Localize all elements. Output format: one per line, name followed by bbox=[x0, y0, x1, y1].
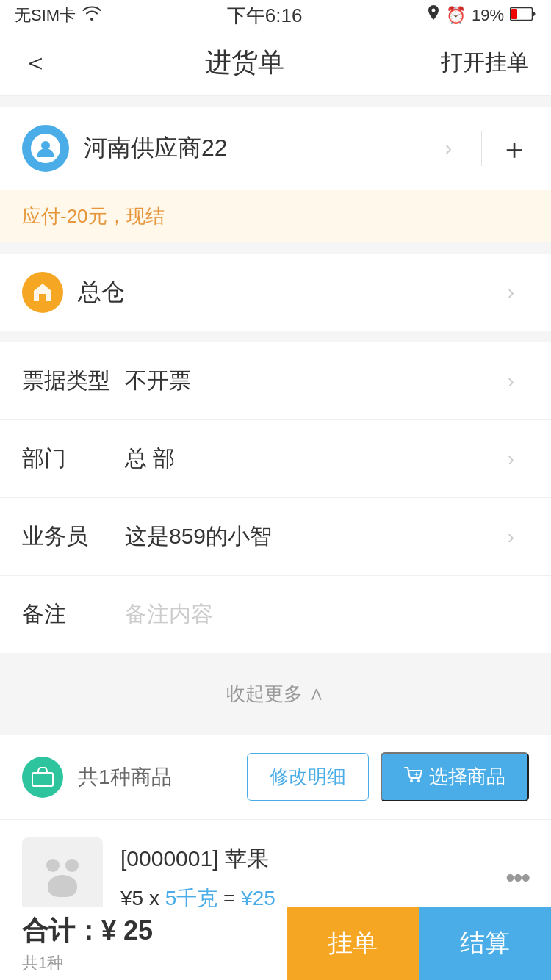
owl-eye-right bbox=[65, 859, 79, 872]
dept-row[interactable]: 部门 总 部 › bbox=[0, 420, 551, 498]
quantity: 5千克 bbox=[165, 887, 218, 909]
dept-label: 部门 bbox=[22, 444, 125, 474]
cart-icon bbox=[404, 765, 423, 788]
dept-chevron-icon: › bbox=[508, 447, 514, 471]
supplier-avatar bbox=[22, 125, 69, 172]
supplier-row[interactable]: 河南供应商22 › ＋ bbox=[0, 107, 551, 190]
checkout-button[interactable]: 结算 bbox=[419, 907, 551, 980]
svg-point-6 bbox=[417, 779, 420, 782]
owl-eye-left bbox=[46, 859, 60, 872]
back-button[interactable]: ＜ bbox=[22, 45, 48, 81]
order-summary: 合计：¥ 25 共1种 bbox=[0, 907, 287, 980]
remark-row[interactable]: 备注 备注内容 bbox=[0, 576, 551, 653]
owl-logo bbox=[46, 859, 79, 897]
vertical-divider bbox=[481, 131, 482, 166]
multiply-sign: x bbox=[149, 887, 165, 909]
battery-icon bbox=[510, 6, 536, 25]
item-total: ¥25 bbox=[241, 887, 276, 909]
total-label: 合计： bbox=[22, 915, 101, 945]
avatar-inner bbox=[31, 134, 60, 163]
divider-top bbox=[0, 96, 551, 107]
sales-value: 这是859的小智 bbox=[125, 522, 508, 552]
page-title: 进货单 bbox=[205, 45, 284, 81]
supplier-section: 河南供应商22 › ＋ 应付-20元，现结 bbox=[0, 107, 551, 242]
remark-input[interactable]: 备注内容 bbox=[125, 599, 529, 630]
invoice-chevron-icon: › bbox=[508, 370, 514, 393]
warehouse-chevron-icon: › bbox=[508, 281, 514, 304]
edit-detail-button[interactable]: 修改明细 bbox=[247, 753, 369, 801]
owl-body bbox=[48, 875, 77, 897]
supplier-chevron-icon: › bbox=[445, 137, 452, 160]
select-product-label: 选择商品 bbox=[429, 764, 505, 790]
alert-banner: 应付-20元，现结 bbox=[0, 190, 551, 242]
sales-row[interactable]: 业务员 这是859的小智 › bbox=[0, 498, 551, 576]
invoice-value: 不开票 bbox=[125, 366, 508, 396]
warehouse-name: 总仓 bbox=[78, 276, 508, 309]
collapse-bar[interactable]: 收起更多 ∧ bbox=[0, 665, 551, 723]
products-header: 共1种商品 修改明细 选择商品 bbox=[0, 735, 551, 820]
battery-text: 19% bbox=[472, 6, 504, 25]
product-code: [0000001] bbox=[120, 846, 218, 871]
open-hang-button[interactable]: 打开挂单 bbox=[441, 48, 529, 78]
products-count: 共1种商品 bbox=[78, 763, 247, 791]
product-name: [0000001] 苹果 bbox=[120, 844, 505, 874]
signal-text: 无SIM卡 bbox=[15, 4, 76, 26]
warehouse-icon bbox=[22, 272, 63, 313]
product-title: 苹果 bbox=[225, 846, 269, 871]
invoice-row[interactable]: 票据类型 不开票 › bbox=[0, 342, 551, 420]
nav-bar: ＜ 进货单 打开挂单 bbox=[0, 31, 551, 96]
hang-order-button[interactable]: 挂单 bbox=[287, 907, 419, 980]
bottom-bar: 合计：¥ 25 共1种 挂单 结算 bbox=[0, 907, 551, 980]
invoice-label: 票据类型 bbox=[22, 366, 125, 396]
wifi-icon bbox=[82, 6, 102, 25]
status-right: ⏰ 19% bbox=[427, 5, 536, 26]
total-amount: 合计：¥ 25 bbox=[22, 913, 264, 949]
svg-point-5 bbox=[410, 779, 413, 782]
products-icon bbox=[22, 757, 63, 798]
select-product-button[interactable]: 选择商品 bbox=[381, 752, 529, 801]
supplier-name: 河南供应商22 bbox=[84, 132, 445, 165]
unit-price: ¥5 bbox=[120, 887, 143, 909]
status-time: 下午6:16 bbox=[227, 3, 303, 29]
warehouse-section[interactable]: 总仓 › bbox=[0, 254, 551, 331]
owl-eyes bbox=[46, 859, 79, 872]
sales-label: 业务员 bbox=[22, 522, 125, 552]
dept-value: 总 部 bbox=[125, 444, 508, 474]
warehouse-row[interactable]: 总仓 › bbox=[0, 254, 551, 331]
alarm-icon: ⏰ bbox=[446, 6, 466, 25]
more-options-button[interactable]: ••• bbox=[505, 862, 529, 893]
items-count: 共1种 bbox=[22, 952, 264, 974]
divider-mid bbox=[0, 723, 551, 735]
sales-chevron-icon: › bbox=[508, 525, 514, 549]
remark-label: 备注 bbox=[22, 599, 125, 630]
status-bar: 无SIM卡 下午6:16 ⏰ 19% bbox=[0, 0, 551, 31]
svg-rect-3 bbox=[39, 294, 46, 301]
add-supplier-button[interactable]: ＋ bbox=[500, 129, 529, 169]
location-icon bbox=[427, 5, 440, 26]
svg-rect-4 bbox=[32, 773, 53, 786]
form-section: 票据类型 不开票 › 部门 总 部 › 业务员 这是859的小智 › 备注 备注… bbox=[0, 342, 551, 653]
total-value: ¥ 25 bbox=[101, 915, 153, 945]
equals-sign: = bbox=[223, 887, 241, 909]
status-left: 无SIM卡 bbox=[15, 4, 102, 26]
svg-rect-1 bbox=[511, 9, 517, 19]
product-info: [0000001] 苹果 ¥5 x 5千克 = ¥25 bbox=[120, 844, 505, 912]
